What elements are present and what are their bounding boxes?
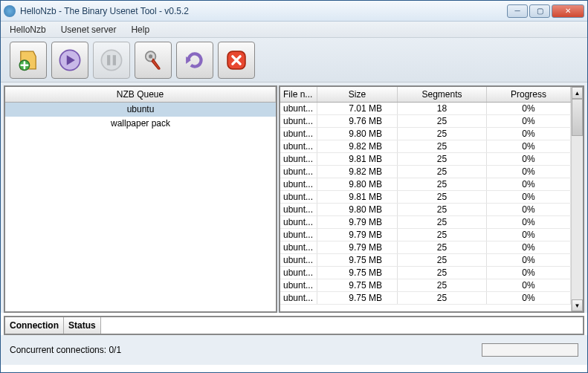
vertical-scrollbar[interactable]: ▲ ▼ [571,87,583,311]
cell-progress: 0% [487,279,571,291]
cell-size: 9.79 MB [317,241,398,253]
file-row[interactable]: ubunt...9.75 MB250% [280,254,571,267]
titlebar: HelloNzb - The Binary Usenet Tool - v0.5… [1,1,587,22]
file-row[interactable]: ubunt...9.82 MB250% [280,140,571,153]
col-filename[interactable]: File n... [280,87,317,102]
cell-filename: ubunt... [280,166,317,178]
file-row[interactable]: ubunt...9.79 MB250% [280,229,571,241]
cell-filename: ubunt... [280,292,317,304]
cell-progress: 0% [487,204,571,215]
file-rows: ubunt...7.01 MB180%ubunt...9.76 MB250%ub… [280,103,571,311]
footer: Concurrent connections: 0/1 [1,335,587,365]
file-list-panel: File n... Size Segments Progress ubunt..… [279,85,584,313]
cell-progress: 0% [487,115,571,127]
scroll-thumb[interactable] [572,99,583,136]
svg-point-6 [149,54,152,58]
cell-filename: ubunt... [280,103,317,114]
file-row[interactable]: ubunt...9.75 MB250% [280,267,571,279]
cell-filename: ubunt... [280,279,317,291]
status-status-header[interactable]: Status [64,317,101,334]
menu-help[interactable]: Help [128,23,152,36]
cell-filename: ubunt... [280,153,317,165]
file-row[interactable]: ubunt...9.80 MB250% [280,204,571,216]
cancel-button[interactable] [218,42,255,79]
cell-progress: 0% [487,178,571,190]
file-row[interactable]: ubunt...9.75 MB250% [280,292,571,305]
status-connection-header[interactable]: Connection [5,317,64,334]
cell-size: 9.75 MB [317,254,398,266]
cell-progress: 0% [487,229,571,241]
cell-segments: 25 [398,140,487,152]
settings-button[interactable] [135,42,172,79]
file-row[interactable]: ubunt...9.75 MB250% [280,279,571,292]
file-row[interactable]: ubunt...9.81 MB250% [280,191,571,204]
cell-size: 9.80 MB [317,204,398,215]
maximize-button[interactable]: ▢ [529,4,550,18]
cell-size: 9.79 MB [317,229,398,241]
queue-item[interactable]: wallpaper pack [5,117,276,131]
pause-button [93,42,130,79]
retry-button[interactable] [176,42,213,79]
file-row[interactable]: ubunt...9.76 MB250% [280,115,571,128]
file-row[interactable]: ubunt...9.79 MB250% [280,241,571,254]
status-panel: Connection Status [4,316,584,335]
cell-filename: ubunt... [280,216,317,228]
connections-label: Concurrent connections: 0/1 [10,345,482,355]
cell-filename: ubunt... [280,267,317,279]
play-button[interactable] [51,42,88,79]
toolbar [1,38,587,82]
file-row[interactable]: ubunt...9.81 MB250% [280,153,571,166]
cell-segments: 25 [398,115,487,127]
window-title: HelloNzb - The Binary Usenet Tool - v0.5… [20,6,507,16]
col-size[interactable]: Size [317,87,398,102]
menu-usenet-server[interactable]: Usenet server [58,23,120,36]
cell-filename: ubunt... [280,115,317,127]
cell-progress: 0% [487,254,571,266]
cell-size: 7.01 MB [317,103,398,114]
cell-size: 9.80 MB [317,178,398,190]
cell-segments: 25 [398,166,487,178]
cell-size: 9.81 MB [317,191,398,203]
overall-progress-bar [482,343,578,357]
cell-segments: 25 [398,279,487,291]
svg-point-2 [101,50,121,70]
cell-segments: 25 [398,254,487,266]
cell-progress: 0% [487,153,571,165]
scroll-down-arrow[interactable]: ▼ [572,299,583,311]
cell-filename: ubunt... [280,204,317,215]
file-row[interactable]: ubunt...9.80 MB250% [280,178,571,191]
cell-progress: 0% [487,103,571,114]
file-row[interactable]: ubunt...9.80 MB250% [280,128,571,140]
minimize-button[interactable]: ─ [507,4,528,18]
queue-header[interactable]: NZB Queue [5,87,276,102]
file-row[interactable]: ubunt...7.01 MB180% [280,103,571,115]
app-icon [4,5,16,17]
cell-progress: 0% [487,216,571,228]
cell-progress: 0% [487,166,571,178]
cell-size: 9.82 MB [317,140,398,152]
scroll-up-arrow[interactable]: ▲ [572,87,583,99]
cell-segments: 25 [398,241,487,253]
menu-hellonzb[interactable]: HelloNzb [7,23,49,36]
cell-segments: 25 [398,191,487,203]
cell-filename: ubunt... [280,191,317,203]
cell-size: 9.76 MB [317,115,398,127]
queue-list: ubuntuwallpaper pack [5,103,276,311]
cell-filename: ubunt... [280,140,317,152]
col-progress[interactable]: Progress [487,87,571,102]
cell-size: 9.75 MB [317,267,398,279]
cell-filename: ubunt... [280,128,317,140]
cell-size: 9.82 MB [317,166,398,178]
queue-item[interactable]: ubuntu [5,103,276,117]
cell-filename: ubunt... [280,178,317,190]
file-row[interactable]: ubunt...9.82 MB250% [280,166,571,178]
cell-progress: 0% [487,140,571,152]
cell-progress: 0% [487,241,571,253]
col-segments[interactable]: Segments [398,87,487,102]
nzb-queue-panel: NZB Queue ubuntuwallpaper pack [4,85,277,313]
svg-rect-4 [113,55,116,65]
add-nzb-button[interactable] [10,42,47,79]
file-row[interactable]: ubunt...9.79 MB250% [280,216,571,229]
close-button[interactable]: ✕ [552,4,584,18]
cell-segments: 18 [398,103,487,114]
